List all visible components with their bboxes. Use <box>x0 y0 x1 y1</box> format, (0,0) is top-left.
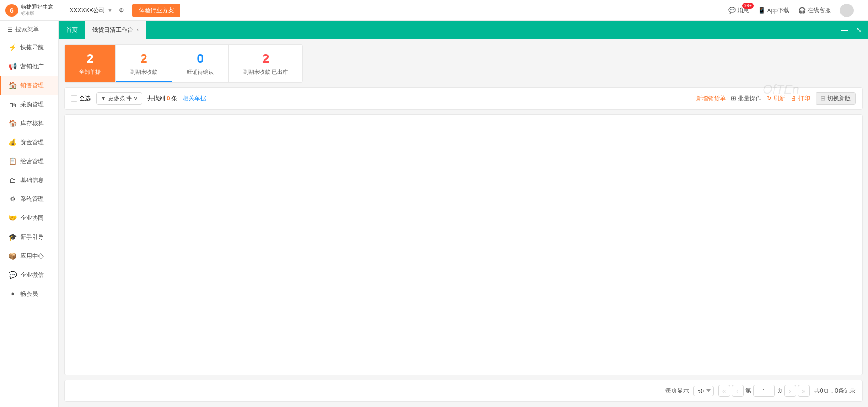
found-count: 0 <box>167 95 170 102</box>
print-icon: 🖨 <box>791 95 797 102</box>
stat-label-wangpu: 旺铺待确认 <box>187 68 214 76</box>
app-logo: 6 <box>5 4 18 17</box>
stat-card-overdue-shipped[interactable]: 2 到期未收款 已出库 <box>229 45 302 82</box>
sidebar-item-capital[interactable]: 💰 资金管理 <box>0 133 58 152</box>
quick-nav-icon: ⚡ <box>9 43 17 51</box>
stat-card-wangpu[interactable]: 0 旺铺待确认 <box>172 45 229 82</box>
sidebar-item-inventory[interactable]: 🏠 库存核算 <box>0 114 58 133</box>
basic-icon: 🗂 <box>9 176 17 184</box>
company-area[interactable]: XXXXXX公司 ▼ <box>70 6 113 14</box>
member-icon: ✦ <box>9 290 17 298</box>
sidebar-item-basic[interactable]: 🗂 基础信息 <box>0 171 58 190</box>
app-name: 畅捷通好生意 <box>21 4 53 11</box>
purchase-icon: 🛍 <box>9 100 17 108</box>
sidebar-item-operations[interactable]: 📋 经营管理 <box>0 152 58 171</box>
filter-arrow-icon: ∨ <box>133 95 138 102</box>
company-dropdown-icon: ▼ <box>108 8 113 13</box>
tab-home-label: 首页 <box>66 26 78 34</box>
message-badge: 99+ <box>742 3 754 9</box>
toolbar: 全选 ▼ 更多条件 ∨ 共找到 0 条 相关单据 + 新增销货单 <box>64 87 863 110</box>
stat-card-overdue[interactable]: 2 到期未收款 <box>116 45 172 82</box>
switch-version-btn[interactable]: ⊟ 切换新版 <box>816 92 856 105</box>
tab-current[interactable]: 钱货日清工作台 × <box>85 21 146 39</box>
next-page-btn[interactable]: › <box>784 385 796 397</box>
tab-close-btn[interactable]: × <box>136 27 139 33</box>
related-link[interactable]: 相关单据 <box>183 94 206 103</box>
page-size-select[interactable]: 50 <box>693 386 714 396</box>
sidebar-item-wechat[interactable]: 💬 企业微信 <box>0 266 58 285</box>
tab-minimize-btn[interactable]: — <box>839 24 850 35</box>
pagination-bar: 每页显示 50 « ‹ 第 页 › » 共0页，0条记录 <box>64 380 863 402</box>
avatar[interactable] <box>840 4 854 17</box>
tab-bar: 首页 钱货日清工作台 × — ⤡ <box>59 21 868 39</box>
sidebar-item-marketing[interactable]: 📢 营销推广 <box>0 57 58 76</box>
marketing-icon: 📢 <box>9 62 17 70</box>
top-header: 6 畅捷通好生意 标准版 XXXXXX公司 ▼ ⚙ 体验行业方案 💬 消息 99… <box>0 0 868 21</box>
page-nav: « ‹ 第 页 › » <box>718 385 810 397</box>
wechat-icon: 💬 <box>9 271 17 279</box>
tab-current-label: 钱货日清工作台 <box>92 26 133 34</box>
stat-num-wangpu: 0 <box>187 51 214 66</box>
header-right: 💬 消息 99+ 📱 App下载 🎧 在线客服 <box>728 4 863 17</box>
checkbox-icon <box>71 95 77 102</box>
found-text: 共找到 0 条 <box>147 94 177 103</box>
experience-btn[interactable]: 体验行业方案 <box>132 4 180 17</box>
page-number-input[interactable] <box>753 385 775 397</box>
app-edition: 标准版 <box>21 10 53 17</box>
print-btn[interactable]: 🖨 打印 <box>791 94 810 103</box>
stat-underline-overdue <box>116 81 172 82</box>
add-sales-order-btn[interactable]: + 新增销货单 <box>691 94 726 103</box>
batch-operation-btn[interactable]: ⊞ 批量操作 <box>731 94 761 103</box>
stat-label-overdue-shipped: 到期未收款 已出库 <box>243 68 288 76</box>
system-icon: ⚙ <box>9 195 17 203</box>
page-input-area: 第 页 <box>745 385 783 397</box>
stat-num-overdue: 2 <box>130 51 157 66</box>
select-all-checkbox[interactable]: 全选 <box>71 94 91 103</box>
more-filter-btn[interactable]: ▼ 更多条件 ∨ <box>96 92 142 105</box>
stat-num-all: 2 <box>79 51 101 66</box>
refresh-icon: ↻ <box>767 95 772 102</box>
logo-area: 6 畅捷通好生意 标准版 <box>5 4 64 17</box>
online-service-btn[interactable]: 🎧 在线客服 <box>798 6 831 14</box>
sidebar-item-purchase[interactable]: 🛍 采购管理 <box>0 95 58 114</box>
operations-icon: 📋 <box>9 157 17 165</box>
last-page-btn[interactable]: » <box>798 385 810 397</box>
stat-num-overdue-shipped: 2 <box>243 51 288 66</box>
toolbar-left: 全选 ▼ 更多条件 ∨ 共找到 0 条 相关单据 <box>71 92 686 105</box>
main-layout: ☰ 搜索菜单 ⚡ 快捷导航 📢 营销推广 🏠 销售管理 🛍 采购管理 🏠 库存核… <box>0 21 868 407</box>
sidebar-item-enterprise[interactable]: 🤝 企业协同 <box>0 209 58 228</box>
message-btn[interactable]: 💬 消息 99+ <box>728 6 749 14</box>
stat-label-overdue: 到期未收款 <box>130 68 157 76</box>
page-suffix-label: 页 <box>777 387 783 395</box>
inventory-icon: 🏠 <box>9 119 17 127</box>
stat-card-all[interactable]: 2 全部单据 <box>65 45 116 82</box>
sidebar-item-sales[interactable]: 🏠 销售管理 <box>0 76 58 95</box>
sidebar-item-member[interactable]: ✦ 畅会员 <box>0 285 58 304</box>
sidebar-item-system[interactable]: ⚙ 系统管理 <box>0 190 58 209</box>
sidebar: ☰ 搜索菜单 ⚡ 快捷导航 📢 营销推广 🏠 销售管理 🛍 采购管理 🏠 库存核… <box>0 21 59 407</box>
sidebar-item-appstore[interactable]: 📦 应用中心 <box>0 247 58 266</box>
tab-maximize-btn[interactable]: ⤡ <box>854 24 864 35</box>
select-all-label: 全选 <box>79 94 91 103</box>
tab-home[interactable]: 首页 <box>59 21 85 39</box>
company-name: XXXXXX公司 <box>70 6 105 14</box>
appstore-icon: 📦 <box>9 252 17 260</box>
message-icon: 💬 <box>728 7 736 14</box>
page-prefix-label: 第 <box>745 387 751 395</box>
settings-button[interactable]: ⚙ <box>116 5 127 16</box>
sidebar-item-quick-nav[interactable]: ⚡ 快捷导航 <box>0 38 58 57</box>
prev-page-btn[interactable]: ‹ <box>732 385 744 397</box>
sales-icon: 🏠 <box>9 81 17 89</box>
batch-icon: ⊞ <box>731 95 736 102</box>
content-area: 首页 钱货日清工作台 × — ⤡ 2 全部单据 2 到期未收款 <box>59 21 868 407</box>
sidebar-item-guide[interactable]: 🎓 新手引导 <box>0 228 58 247</box>
capital-icon: 💰 <box>9 138 17 146</box>
app-download-btn[interactable]: 📱 App下载 <box>758 6 789 14</box>
stats-cards: 2 全部单据 2 到期未收款 0 旺铺待确认 2 到期未收款 已出库 <box>64 44 303 83</box>
switch-icon: ⊟ <box>821 95 826 102</box>
refresh-btn[interactable]: ↻ 刷新 <box>767 94 785 103</box>
search-icon: ☰ <box>7 26 13 33</box>
filter-icon: ▼ <box>100 95 106 102</box>
first-page-btn[interactable]: « <box>718 385 730 397</box>
search-menu-item[interactable]: ☰ 搜索菜单 <box>0 21 58 38</box>
